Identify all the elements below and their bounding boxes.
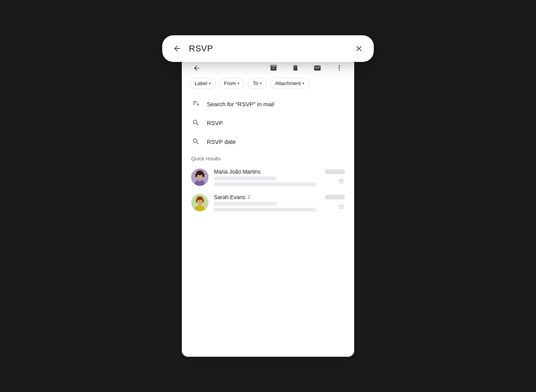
svg-point-5 (196, 171, 203, 175)
result-sarah-content: Sarah Evans 2 (214, 194, 345, 212)
svg-point-13 (196, 199, 197, 203)
to-chip-arrow: ▾ (260, 81, 262, 85)
search-overlay (162, 35, 374, 62)
result-maria-content: Maria João Martins (214, 169, 345, 186)
from-chip-text: From (224, 80, 236, 86)
result-maria-name: Maria João Martins (214, 169, 261, 175)
result-sarah-name: Sarah Evans 2 (214, 194, 250, 200)
suggestion-list: Search for “RSVP” in mail RSVP RSVP date (182, 94, 354, 151)
search-icon-2 (191, 137, 201, 146)
result-maria[interactable]: Maria João Martins (182, 165, 354, 190)
label-chip-text: Label (195, 80, 207, 86)
to-chip[interactable]: To ▾ (248, 78, 267, 89)
from-chip[interactable]: From ▾ (219, 78, 244, 89)
suggestion-rsvp-date[interactable]: RSVP date (182, 132, 354, 151)
suggestion-search-in-mail[interactable]: Search for “RSVP” in mail (182, 94, 354, 113)
search-back-button[interactable] (170, 42, 184, 56)
avatar-maria (191, 169, 208, 186)
attachment-chip[interactable]: Attachment ▾ (270, 78, 310, 89)
svg-point-7 (203, 173, 205, 177)
svg-point-14 (202, 199, 204, 203)
avatar-sarah (191, 194, 208, 211)
result-maria-line2 (214, 182, 316, 186)
filter-search-icon (191, 99, 201, 109)
suggestion-rsvp[interactable]: RSVP (182, 113, 354, 132)
svg-point-6 (196, 173, 197, 177)
label-chip-arrow: ▾ (209, 81, 211, 85)
scene: Label ▾ From ▾ To ▾ Attachment ▾ (166, 35, 370, 357)
suggestion-rsvp-text: RSVP (207, 120, 223, 126)
search-input[interactable] (189, 44, 347, 54)
star-maria-button[interactable] (338, 178, 345, 185)
search-input-area (189, 44, 347, 54)
result-sarah-count: 2 (248, 194, 250, 200)
search-clear-button[interactable] (352, 42, 366, 56)
search-icon-1 (191, 118, 201, 127)
result-sarah-line1 (214, 202, 277, 206)
from-chip-arrow: ▾ (237, 81, 239, 85)
result-maria-date (325, 169, 345, 174)
search-results-panel: Label ▾ From ▾ To ▾ Attachment ▾ (182, 71, 354, 357)
star-sarah-button[interactable] (338, 203, 345, 210)
filter-chips: Label ▾ From ▾ To ▾ Attachment ▾ (182, 71, 354, 94)
result-sarah[interactable]: Sarah Evans 2 (182, 190, 354, 216)
svg-point-0 (339, 65, 340, 67)
result-sarah-line2 (214, 208, 316, 212)
result-sarah-date (325, 195, 345, 200)
result-sarah-header: Sarah Evans 2 (214, 194, 345, 200)
result-maria-line1 (214, 176, 277, 180)
result-maria-header: Maria João Martins (214, 169, 345, 175)
suggestion-rsvp-date-text: RSVP date (207, 138, 236, 145)
attachment-chip-text: Attachment (275, 80, 301, 86)
svg-rect-9 (199, 179, 201, 181)
to-chip-text: To (253, 80, 258, 86)
svg-point-1 (339, 67, 340, 69)
suggestion-search-in-mail-text: Search for “RSVP” in mail (207, 101, 274, 107)
svg-rect-16 (199, 204, 201, 206)
attachment-chip-arrow: ▾ (302, 81, 304, 85)
svg-point-12 (197, 196, 203, 200)
quick-results-label: Quick results (182, 151, 354, 165)
label-chip[interactable]: Label ▾ (190, 78, 216, 89)
